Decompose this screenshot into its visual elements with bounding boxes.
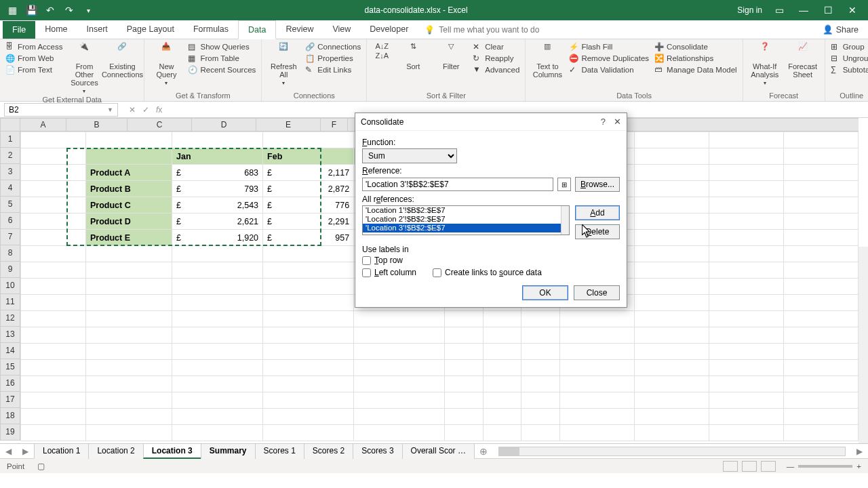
cell[interactable] [483,344,521,360]
tell-me[interactable]: 💡 Tell me what you want to do [418,21,546,39]
cell[interactable] [21,262,86,279]
cell[interactable] [354,360,445,376]
row-header[interactable]: 12 [0,310,20,327]
cell[interactable] [445,392,483,409]
cell[interactable]: Product B [85,181,172,197]
cell[interactable]: £2,543 [172,197,262,214]
row-header[interactable]: 14 [0,343,20,359]
macro-record-icon[interactable]: ▢ [37,462,45,470]
cell[interactable] [521,311,559,327]
cell[interactable] [634,132,709,148]
cell[interactable] [85,392,172,409]
cell[interactable] [559,425,634,441]
cell[interactable] [521,392,559,409]
cell[interactable] [709,392,783,409]
cell[interactable] [445,344,483,360]
cell[interactable] [634,311,709,327]
vertical-scrollbar[interactable] [859,247,868,443]
cell[interactable] [634,360,709,376]
enter-formula-icon[interactable]: ✓ [142,105,149,115]
cell[interactable] [21,344,86,360]
cell[interactable] [709,376,783,392]
row-header[interactable]: 19 [0,424,20,441]
show-queries-button[interactable]: ▤Show Queries [188,42,256,52]
cell[interactable] [783,230,858,246]
row-header[interactable]: 18 [0,408,20,424]
cell[interactable] [709,360,783,376]
cell[interactable]: £2,117 [263,165,354,181]
cell[interactable] [521,425,559,441]
cell[interactable] [783,165,858,181]
cell[interactable] [172,132,262,148]
new-query-button[interactable]: 📥New Query▾ [150,42,182,86]
cell[interactable] [263,327,354,344]
minimize-icon[interactable]: — [796,5,811,16]
cell[interactable] [709,344,783,360]
page-break-view-button[interactable] [761,461,776,472]
cell[interactable]: Product E [85,230,172,246]
from-text-button[interactable]: 📄From Text [5,65,62,75]
cell[interactable] [21,214,86,230]
filter-button[interactable]: ▽Filter [435,42,467,70]
cell[interactable]: £2,872 [263,181,354,197]
reference-item[interactable]: 'Location 2'!$B$2:$E$7 [363,215,569,224]
scroll-right-icon[interactable]: ▶ [851,447,868,456]
column-header[interactable]: C [127,119,192,131]
cell[interactable] [21,165,86,181]
cell[interactable] [21,376,86,392]
cell[interactable] [263,344,354,360]
cell[interactable] [783,148,858,165]
cell[interactable] [634,181,709,197]
cell[interactable] [263,376,354,392]
cell[interactable] [263,425,354,441]
cell[interactable]: £1,920 [172,230,262,246]
cell[interactable]: Feb [263,148,354,165]
cell[interactable] [85,425,172,441]
cell[interactable] [634,425,709,441]
cell[interactable] [634,246,709,262]
row-header[interactable]: 3 [0,164,20,180]
cell[interactable] [21,230,86,246]
cell[interactable] [21,409,86,425]
cell[interactable] [783,214,858,230]
horizontal-scrollbar[interactable] [498,447,846,456]
cell[interactable] [634,279,709,295]
sheet-tab[interactable]: Location 2 [88,443,143,459]
cell[interactable] [709,230,783,246]
row-header[interactable]: 11 [0,294,20,310]
reference-item[interactable]: 'Location 3'!$B$2:$E$7 [363,224,569,232]
undo-icon[interactable]: ↶ [43,3,57,17]
cell[interactable] [559,360,634,376]
cell[interactable] [483,311,521,327]
subtotal-button[interactable]: ∑Subtotal [831,65,868,75]
sort-az-button[interactable]: A↓ZZ↓A [372,42,391,60]
column-header[interactable]: B [66,119,127,131]
reference-input[interactable] [362,178,553,191]
cell[interactable] [783,279,858,295]
ribbon-display-icon[interactable]: ▭ [772,5,787,16]
cell[interactable] [85,262,172,279]
row-header[interactable]: 7 [0,229,20,245]
top-row-checkbox[interactable] [362,256,371,265]
cell[interactable]: Product C [85,197,172,214]
flash-fill-button[interactable]: ⚡Flash Fill [569,42,649,52]
cell[interactable] [559,327,634,344]
manage-data-model-button[interactable]: 🗃Manage Data Model [654,65,737,75]
recent-sources-button[interactable]: 🕘Recent Sources [188,65,256,75]
formula-bar[interactable] [169,108,868,111]
cell[interactable] [263,360,354,376]
cell[interactable] [709,262,783,279]
column-header[interactable]: A [20,119,66,131]
row-header[interactable]: 10 [0,278,20,294]
cell[interactable] [445,409,483,425]
sheet-nav-prev-icon[interactable]: ◀ [0,447,17,456]
maximize-icon[interactable]: ☐ [821,5,835,16]
cell[interactable] [783,295,858,311]
tab-review[interactable]: Review [276,20,323,39]
row-header[interactable]: 5 [0,197,20,213]
cell[interactable] [445,360,483,376]
cell[interactable] [709,279,783,295]
cell[interactable] [634,376,709,392]
cell[interactable] [21,181,86,197]
cell[interactable] [445,376,483,392]
